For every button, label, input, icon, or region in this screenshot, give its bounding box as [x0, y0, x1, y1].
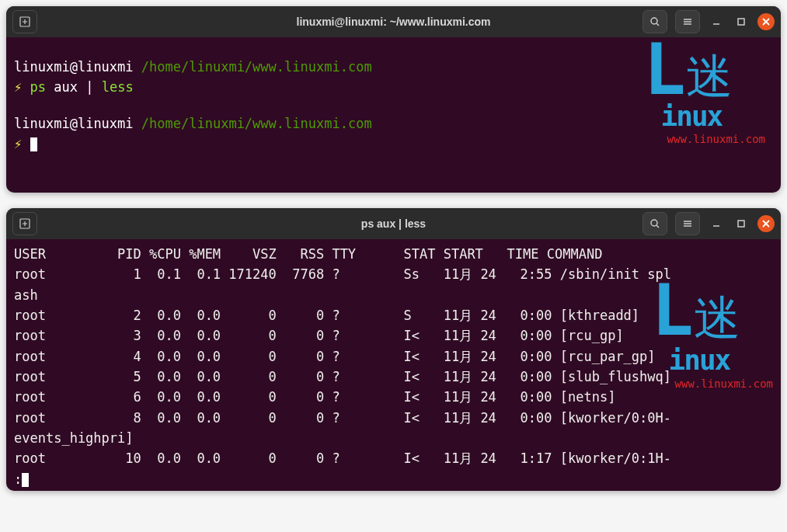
cmd-less: less: [102, 79, 134, 95]
titlebar: ps aux | less: [6, 208, 781, 239]
svg-rect-9: [738, 19, 744, 25]
prompt-line-2: linuxmi@linuxmi /home/linuxmi/www.linuxm…: [14, 114, 773, 134]
terminal-window-2: ps aux | less L迷 inux: [6, 208, 781, 491]
terminal-body-1[interactable]: L迷 inux www.linuxmi.com linuxmi@linuxmi …: [6, 37, 781, 193]
close-button[interactable]: [757, 13, 775, 30]
new-tab-button[interactable]: [12, 10, 37, 33]
titlebar: linuxmi@linuxmi: ~/www.linuxmi.com: [6, 6, 781, 37]
ps-output: USER PID %CPU %MEM VSZ RSS TTY STAT STAR…: [14, 244, 773, 469]
terminal-body-2[interactable]: L迷 inux www.linuxmi.com USER PID %CPU %M…: [6, 239, 781, 491]
cmd-pipe: |: [85, 79, 93, 95]
lightning-icon: ⚡: [14, 79, 22, 95]
prompt-path: /home/linuxmi/www.linuxmi.com: [141, 59, 372, 75]
window-title: ps aux | less: [361, 217, 426, 230]
terminal-window-1: linuxmi@linuxmi: ~/www.linuxmi.com L迷: [6, 6, 781, 193]
menu-button[interactable]: [675, 10, 700, 33]
command-line-1: ⚡ ps aux | less: [14, 78, 773, 98]
maximize-button[interactable]: [733, 13, 750, 30]
prompt-host: linuxmi: [78, 59, 134, 75]
cursor: [22, 473, 29, 487]
search-button[interactable]: [642, 10, 667, 33]
minimize-button[interactable]: [708, 215, 725, 232]
cmd-args: aux: [54, 79, 78, 95]
command-line-2: ⚡: [14, 134, 773, 155]
less-prompt-line: :: [14, 469, 773, 489]
close-button[interactable]: [757, 215, 775, 232]
svg-line-16: [656, 225, 659, 228]
window-title: linuxmi@linuxmi: ~/www.linuxmi.com: [296, 16, 490, 28]
minimize-button[interactable]: [708, 13, 725, 30]
new-tab-button[interactable]: [12, 212, 37, 235]
cursor: [30, 137, 37, 151]
maximize-button[interactable]: [733, 215, 750, 232]
svg-point-3: [651, 18, 657, 24]
svg-point-15: [651, 220, 657, 226]
prompt-line-1: linuxmi@linuxmi /home/linuxmi/www.linuxm…: [14, 57, 773, 78]
cmd-ps: ps: [30, 79, 46, 95]
svg-line-4: [656, 23, 659, 26]
menu-button[interactable]: [675, 212, 700, 235]
prompt-user: linuxmi: [14, 59, 70, 75]
less-prompt: :: [14, 471, 22, 487]
svg-rect-21: [738, 221, 744, 227]
search-button[interactable]: [642, 212, 667, 235]
lightning-icon: ⚡: [14, 136, 22, 151]
